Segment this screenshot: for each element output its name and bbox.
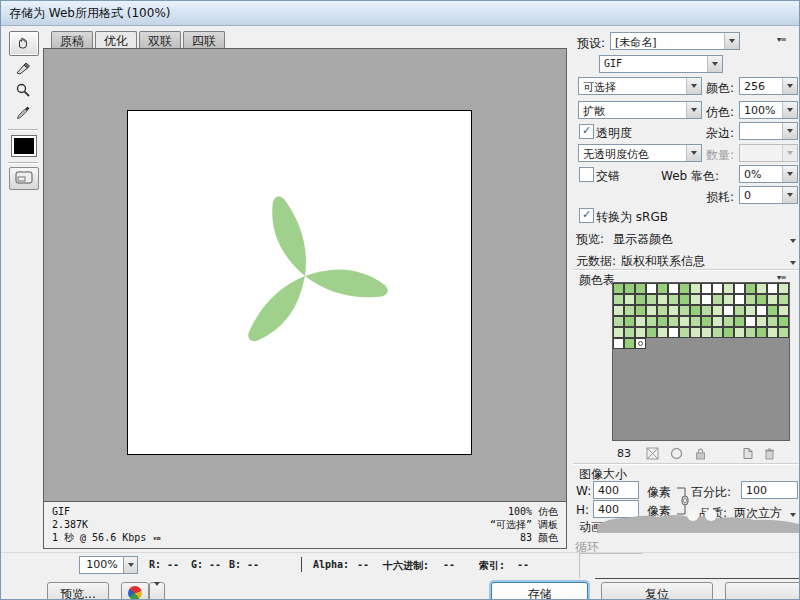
color-swatch[interactable] [635, 283, 646, 294]
title-bar[interactable]: 存储为 Web所用格式 (100%) [1, 1, 799, 26]
color-swatch[interactable] [668, 283, 679, 294]
eyedropper-tool[interactable] [12, 104, 34, 124]
optimized-image[interactable] [127, 110, 472, 455]
slice-select-tool[interactable] [12, 59, 34, 79]
color-swatch[interactable] [624, 316, 635, 327]
srgb-checkbox[interactable]: ✓ [579, 208, 594, 223]
preview-in-browser-button[interactable]: 预览... [47, 582, 109, 600]
width-field[interactable]: 400 [593, 481, 639, 499]
color-swatch[interactable] [624, 294, 635, 305]
colors-select[interactable]: 256 [739, 77, 798, 95]
color-swatch[interactable] [668, 305, 679, 316]
color-swatch[interactable] [712, 316, 723, 327]
color-swatch[interactable] [778, 294, 789, 305]
color-swatch[interactable] [613, 305, 624, 316]
color-swatch[interactable] [756, 283, 767, 294]
preview-canvas[interactable]: GIF 2.387K 1 秒 @ 56.6 Kbps ▾≡ 100% 仿色 “可… [43, 48, 567, 549]
color-swatch[interactable] [712, 305, 723, 316]
color-swatch[interactable] [624, 338, 635, 349]
color-swatch[interactable] [701, 283, 712, 294]
color-swatch[interactable] [690, 305, 701, 316]
partial-button[interactable] [725, 582, 800, 600]
lossy-select[interactable]: 0 [739, 186, 798, 204]
color-swatch[interactable] [745, 327, 756, 338]
color-swatch[interactable] [723, 327, 734, 338]
color-swatch[interactable] [756, 316, 767, 327]
zoom-level-dropdown-button[interactable] [123, 556, 138, 574]
metadata-value[interactable]: 版权和联系信息 [621, 253, 705, 270]
matte-select[interactable] [739, 122, 798, 140]
color-swatch[interactable] [767, 305, 778, 316]
web-shift-icon[interactable] [670, 447, 684, 461]
color-swatch[interactable] [745, 283, 756, 294]
color-swatch[interactable] [679, 305, 690, 316]
color-swatch[interactable] [646, 327, 657, 338]
color-swatch[interactable] [657, 283, 668, 294]
color-swatch[interactable] [701, 305, 712, 316]
color-swatch[interactable] [767, 283, 778, 294]
color-swatch[interactable] [745, 305, 756, 316]
color-swatch[interactable] [690, 327, 701, 338]
color-swatch[interactable] [657, 316, 668, 327]
browser-dropdown-button[interactable] [149, 582, 165, 600]
color-swatch[interactable] [734, 316, 745, 327]
color-swatch[interactable] [712, 327, 723, 338]
color-swatch[interactable] [613, 283, 624, 294]
browser-select-button[interactable] [121, 582, 149, 600]
color-swatch[interactable] [646, 294, 657, 305]
color-swatch[interactable] [613, 316, 624, 327]
color-swatch[interactable] [756, 327, 767, 338]
tab-4up[interactable]: 四联 [183, 31, 225, 48]
color-swatch[interactable] [767, 294, 778, 305]
color-swatch[interactable] [646, 283, 657, 294]
color-swatch[interactable] [679, 294, 690, 305]
color-swatch[interactable] [679, 283, 690, 294]
color-swatch[interactable] [668, 327, 679, 338]
color-swatch[interactable] [745, 316, 756, 327]
reset-button[interactable]: 复位 [601, 582, 713, 600]
color-swatch[interactable] [778, 305, 789, 316]
color-table-menu-icon[interactable]: ▾≡ [777, 273, 786, 282]
tab-optimized[interactable]: 优化 [95, 31, 137, 48]
color-swatch[interactable] [679, 316, 690, 327]
color-swatch[interactable] [624, 305, 635, 316]
color-swatch[interactable] [646, 316, 657, 327]
color-swatch[interactable] [657, 305, 668, 316]
color-swatch[interactable] [712, 283, 723, 294]
map-transparency-icon[interactable] [646, 447, 660, 461]
preview-dropdown-icon[interactable] [790, 239, 796, 246]
color-swatch[interactable] [635, 294, 646, 305]
height-field[interactable]: 400 [593, 500, 639, 518]
color-swatch[interactable] [712, 294, 723, 305]
color-swatch[interactable] [646, 305, 657, 316]
color-swatch[interactable] [734, 327, 745, 338]
color-swatch[interactable] [690, 283, 701, 294]
color-swatch[interactable] [690, 294, 701, 305]
preset-panel-menu-icon[interactable]: ▾≡ [777, 35, 786, 44]
dither-method-select[interactable]: 扩散 [578, 101, 702, 119]
color-swatch[interactable] [723, 283, 734, 294]
color-swatch[interactable] [624, 283, 635, 294]
color-swatch[interactable] [745, 294, 756, 305]
color-swatch[interactable] [734, 294, 745, 305]
preset-select[interactable]: [未命名] [610, 32, 740, 50]
metadata-dropdown-icon[interactable] [790, 261, 796, 268]
new-color-icon[interactable] [741, 447, 755, 461]
color-swatch[interactable] [701, 316, 712, 327]
color-reduction-select[interactable]: 可选择 [578, 77, 702, 95]
color-swatch[interactable] [613, 338, 624, 349]
tab-original[interactable]: 原稿 [51, 31, 93, 48]
color-swatch[interactable] [701, 294, 712, 305]
zoom-tool[interactable] [12, 81, 34, 101]
hand-tool[interactable] [9, 31, 39, 56]
monitor-preview-value[interactable]: 显示器颜色 [613, 231, 673, 248]
save-button[interactable]: 存储 [491, 582, 588, 600]
color-swatch[interactable] [778, 327, 789, 338]
color-swatch[interactable] [734, 305, 745, 316]
color-swatch[interactable] [624, 327, 635, 338]
toggle-slices-button[interactable] [9, 167, 39, 190]
color-swatch[interactable] [723, 316, 734, 327]
color-swatch[interactable] [701, 327, 712, 338]
percent-field[interactable]: 100 [741, 481, 798, 499]
color-swatch[interactable] [778, 283, 789, 294]
